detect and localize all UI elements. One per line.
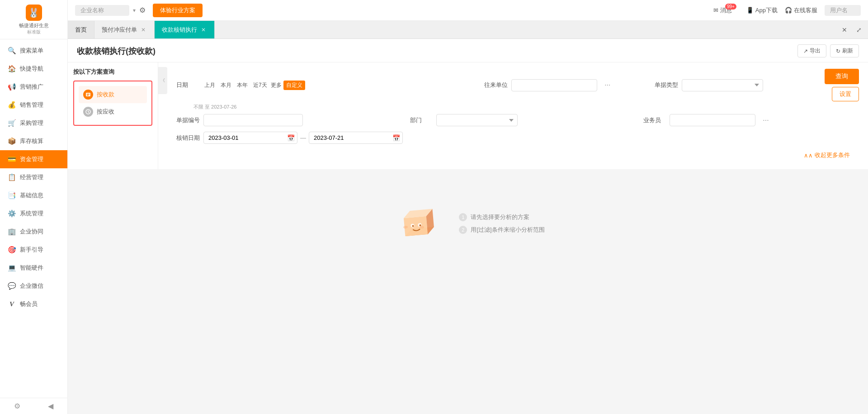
topbar-brand: 企业名称 <box>75 5 129 16</box>
sidebar-item-wechat[interactable]: 💬 企业微信 <box>0 277 67 295</box>
sidebar-item-enterprise[interactable]: 🏢 企业协同 <box>0 223 67 241</box>
sidebar-item-label: 采购管理 <box>20 119 43 127</box>
this-month-shortcut[interactable]: 本月 <box>219 81 233 90</box>
this-year-shortcut[interactable]: 本年 <box>235 81 250 90</box>
writeoff-date-end-wrap: 📅 <box>309 132 403 144</box>
sidebar-item-label: 系统管理 <box>20 209 43 218</box>
collapse-more-button[interactable]: ∧∧ 收起更多条件 <box>176 149 859 163</box>
sidebar-item-operations[interactable]: 📋 经营管理 <box>0 168 67 186</box>
inventory-icon: 📦 <box>7 137 16 146</box>
custom-shortcut[interactable]: 自定义 <box>283 81 305 90</box>
filter-row-2: 单据编号 部门 业务员 ··· <box>176 114 859 126</box>
staff-more-icon[interactable]: ··· <box>759 114 772 126</box>
close-tab-icon[interactable]: ✕ <box>839 24 850 35</box>
query-button[interactable]: 查询 <box>825 69 859 84</box>
filter-option-by-receipt[interactable]: 按收款 <box>79 86 147 103</box>
counterpart-more-icon[interactable]: ··· <box>601 79 614 91</box>
solution-button[interactable]: 体验行业方案 <box>153 4 203 17</box>
date-unlimited-hint: 不限 至 2023-07-26 <box>193 103 859 110</box>
tab-prepay[interactable]: 预付冲应付单 ✕ <box>94 21 155 38</box>
sidebar-item-inventory[interactable]: 📦 库存核算 <box>0 132 67 150</box>
export-button[interactable]: ↗ 导出 <box>797 44 826 57</box>
filter-option-by-receipt-label: 按收款 <box>97 90 114 99</box>
more-shortcut[interactable]: 更多 <box>271 81 282 89</box>
svg-marker-7 <box>404 216 428 236</box>
tab-home[interactable]: 首页 <box>68 21 94 38</box>
doc-type-label: 单据类型 <box>655 81 678 89</box>
writeoff-date-group: 📅 — 📅 <box>203 132 403 144</box>
receipt-option-icon <box>83 90 93 100</box>
filter-group-date: 日期 上月 本月 本年 近7天 更多 自定义 <box>176 81 305 90</box>
app-icon: 📱 <box>746 7 754 14</box>
refresh-button[interactable]: ↻ 刷新 <box>830 44 859 57</box>
finance-icon: 💳 <box>7 155 16 164</box>
filter-option-by-receivable[interactable]: 按应收 <box>79 103 147 120</box>
sidebar-item-label: 快捷导航 <box>20 65 43 73</box>
basic-icon: 📑 <box>7 191 16 200</box>
topbar: 企业名称 ▾ ⚙ 体验行业方案 ✉ 消息 99+ 📱 App下载 🎧 在线客服 … <box>68 0 868 21</box>
last-month-shortcut[interactable]: 上月 <box>203 81 217 90</box>
counterpart-input[interactable] <box>511 79 597 91</box>
filter-options-box: 按收款 按应收 <box>73 81 152 126</box>
filter-group-dept: 部门 <box>410 114 626 126</box>
sidebar-item-purchase[interactable]: 🛒 采购管理 <box>0 114 67 132</box>
topbar-gear-icon[interactable]: ⚙ <box>139 6 146 14</box>
doc-no-input[interactable] <box>203 114 303 126</box>
brand-dropdown-icon[interactable]: ▾ <box>133 7 136 14</box>
filter-sidebar-title: 按以下方案查询 <box>73 68 152 76</box>
sidebar-item-hardware[interactable]: 💻 智能硬件 <box>0 259 67 277</box>
empty-hint-1-text: 请先选择要分析的方案 <box>471 213 529 221</box>
sidebar-item-system[interactable]: ⚙️ 系统管理 <box>0 205 67 223</box>
filter-collapse-button[interactable]: 《 <box>158 67 167 94</box>
filter-option-by-receivable-label: 按应收 <box>97 108 114 116</box>
date-separator: — <box>300 134 306 141</box>
doc-type-select[interactable] <box>682 79 763 91</box>
sidebar-item-guide[interactable]: 🎯 新手引导 <box>0 241 67 259</box>
filter-sidebar: 按以下方案查询 按收款 <box>68 62 158 169</box>
expand-tab-icon[interactable]: ⤢ <box>854 24 864 35</box>
sidebar-item-finance[interactable]: 💳 资金管理 <box>0 150 67 168</box>
export-icon: ↗ <box>803 48 808 54</box>
last-7-days-shortcut[interactable]: 近7天 <box>251 81 269 90</box>
settings-icon[interactable]: ⚙ <box>14 402 20 410</box>
page-header: 收款核销执行(按收款) ↗ 导出 ↻ 刷新 <box>68 39 868 62</box>
tab-home-label: 首页 <box>75 26 87 34</box>
staff-input[interactable] <box>670 114 755 126</box>
sidebar-item-label: 库存核算 <box>20 137 43 145</box>
app-download-button[interactable]: 📱 App下载 <box>746 6 778 14</box>
tab-receivable-close-icon[interactable]: ✕ <box>200 26 207 33</box>
dept-select[interactable] <box>436 114 518 126</box>
sidebar-item-label: 搜索菜单 <box>20 47 43 55</box>
setting-button[interactable]: 设置 <box>832 87 859 101</box>
tabbar: 首页 预付冲应付单 ✕ 收款核销执行 ✕ ✕ ⤢ <box>68 21 868 39</box>
message-button[interactable]: ✉ 消息 99+ <box>713 6 732 14</box>
filter-group-staff: 业务员 ··· <box>643 114 859 126</box>
filter-group-writeoff-date: 核销日期 📅 — 📅 <box>176 132 859 144</box>
writeoff-date-end-input[interactable] <box>309 132 403 144</box>
sidebar-item-basic[interactable]: 📑 基础信息 <box>0 186 67 205</box>
empty-state: 1 请先选择要分析的方案 2 用[过滤]条件来缩小分析范围 <box>68 169 868 278</box>
writeoff-date-label: 核销日期 <box>176 134 200 142</box>
writeoff-date-start-wrap: 📅 <box>203 132 297 144</box>
sidebar-item-label: 畅会员 <box>20 300 38 308</box>
tab-receivable-label: 收款核销执行 <box>162 26 197 34</box>
svg-line-5 <box>88 112 89 113</box>
tab-receivable[interactable]: 收款核销执行 ✕ <box>155 21 215 38</box>
collapse-sidebar-icon[interactable]: ◀ <box>48 402 53 410</box>
sidebar-item-member[interactable]: V 畅会员 <box>0 295 67 313</box>
service-button[interactable]: 🎧 在线客服 <box>785 6 817 14</box>
sidebar-item-search[interactable]: 🔍 搜索菜单 <box>0 42 67 60</box>
sidebar-item-marketing[interactable]: 📢 营销推广 <box>0 78 67 96</box>
home-icon: 🏠 <box>7 64 16 73</box>
user-info[interactable]: 用户名 <box>825 5 861 16</box>
tab-prepay-close-icon[interactable]: ✕ <box>140 26 147 33</box>
sidebar: 🐰 畅捷通好生意 标准版 🔍 搜索菜单 🏠 快捷导航 📢 营销推广 💰 销售管理… <box>0 0 68 414</box>
writeoff-date-start-input[interactable] <box>203 132 297 144</box>
message-badge: 99+ <box>725 4 736 10</box>
guide-icon: 🎯 <box>7 245 16 254</box>
sidebar-item-sales[interactable]: 💰 销售管理 <box>0 96 67 114</box>
date-label: 日期 <box>176 81 199 89</box>
counterpart-label: 往来单位 <box>484 81 508 89</box>
sidebar-item-quicknav[interactable]: 🏠 快捷导航 <box>0 60 67 78</box>
hardware-icon: 💻 <box>7 263 16 272</box>
